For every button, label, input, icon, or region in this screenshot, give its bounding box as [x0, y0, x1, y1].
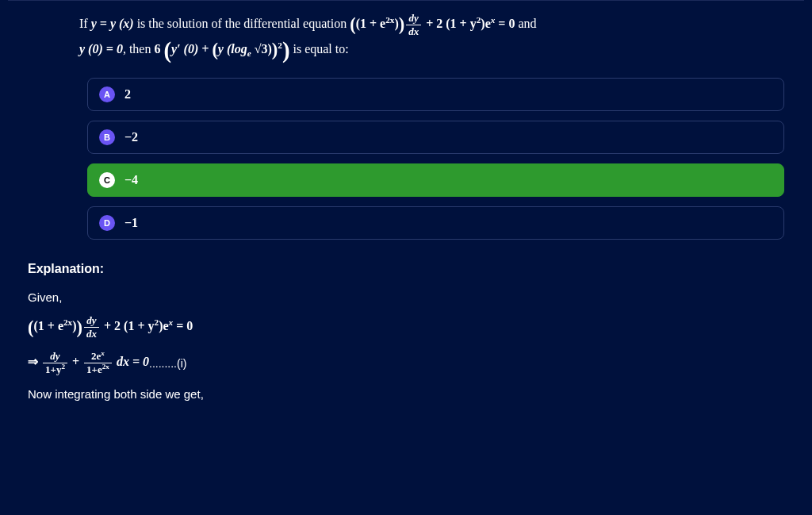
option-text-b: −2 [124, 130, 138, 144]
option-b[interactable]: B −2 [87, 121, 784, 154]
q-text-1: If [79, 17, 91, 30]
option-text-c: −4 [124, 173, 138, 187]
explanation-title: Explanation: [28, 262, 788, 276]
option-badge-a: A [99, 86, 115, 102]
explanation-eq1: ((1 + e2x))dydx + 2 (1 + y2)ex = 0 [28, 315, 788, 340]
option-badge-b: B [99, 129, 115, 145]
question-content: If y = y (x) is the solution of the diff… [0, 4, 812, 420]
options-container: A 2 B −2 C −4 D −1 [87, 78, 784, 240]
option-a[interactable]: A 2 [87, 78, 784, 111]
option-text-a: 2 [124, 87, 131, 102]
explanation-section: Explanation: Given, ((1 + e2x))dydx + 2 … [28, 262, 788, 401]
option-d[interactable]: D −1 [87, 206, 784, 240]
option-text-d: −1 [124, 216, 138, 230]
option-badge-d: D [99, 215, 115, 231]
explanation-closing: Now integrating both side we get, [28, 387, 788, 401]
option-badge-c: C [99, 172, 115, 188]
explanation-given: Given, [28, 290, 788, 304]
explanation-eq2: ⇒ dy1+y2 + 2ex1+e2x dx = 0 .........(i) [28, 351, 788, 376]
option-c[interactable]: C −4 [87, 163, 784, 197]
question-text: If y = y (x) is the solution of the diff… [79, 12, 788, 62]
